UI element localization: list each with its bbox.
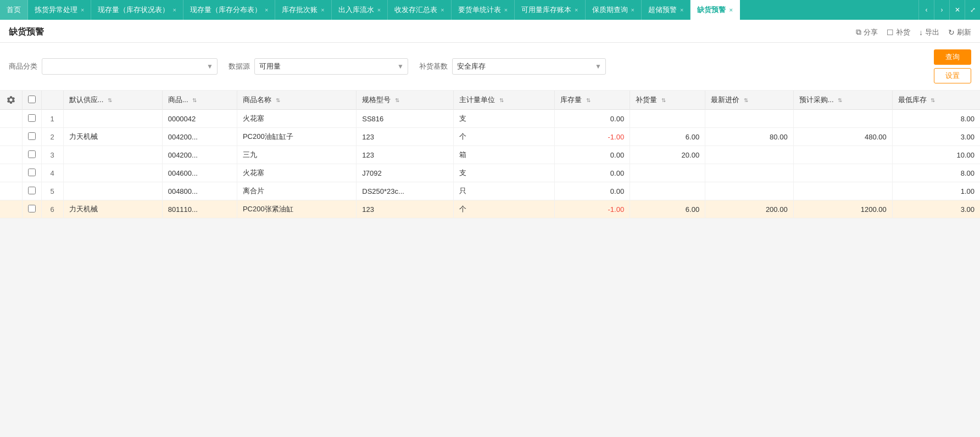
- close-tab-inventory-dist[interactable]: ×: [265, 7, 268, 13]
- col-checkbox-header[interactable]: [22, 91, 41, 110]
- close-tab-inventory-status[interactable]: ×: [172, 7, 176, 13]
- tab-close-all[interactable]: ✕: [949, 0, 965, 20]
- tab-order-stat[interactable]: 要货单统计表 ×: [452, 0, 515, 20]
- row-checkbox-cell[interactable]: [22, 146, 41, 164]
- row-product-name-cell: 火花塞: [237, 164, 356, 182]
- row-replenish-qty-cell: [630, 182, 705, 200]
- col-unit[interactable]: 主计量单位 ⇅: [454, 91, 555, 110]
- row-num-cell: 5: [41, 182, 63, 200]
- row-checkbox-cell[interactable]: [22, 182, 41, 200]
- row-product-code-cell: 801110...: [162, 200, 237, 218]
- tab-batch-account[interactable]: 库存批次账 ×: [275, 0, 331, 20]
- tab-expiry-query[interactable]: 保质期查询 ×: [586, 0, 642, 20]
- row-est-purchase-cell: [793, 164, 892, 182]
- tab-home[interactable]: 首页: [0, 0, 28, 20]
- min-stock-sort-icon: ⇅: [931, 97, 935, 103]
- table-row: 6 力天机械 801110... PC200张紧油缸 123 个 -1.00 6…: [0, 200, 980, 218]
- row-min-stock-cell: 8.00: [892, 110, 980, 128]
- settings-gear-icon[interactable]: [6, 95, 16, 105]
- close-tab-abnormal[interactable]: ×: [81, 7, 84, 13]
- row-product-name-cell: PC200张紧油缸: [237, 200, 356, 218]
- row-checkbox-cell[interactable]: [22, 110, 41, 128]
- row-spec-cell: 123: [357, 200, 454, 218]
- select-all-checkbox[interactable]: [28, 96, 36, 103]
- row-checkbox-1[interactable]: [28, 132, 36, 140]
- row-checkbox-2[interactable]: [28, 150, 36, 158]
- col-product-name[interactable]: 商品名称 ⇅: [237, 91, 356, 110]
- export-icon: ↓: [919, 28, 923, 37]
- category-select[interactable]: [42, 58, 218, 75]
- col-min-stock[interactable]: 最低库存 ⇅: [892, 91, 980, 110]
- row-supplier-cell: 力天机械: [63, 200, 162, 218]
- col-settings[interactable]: [0, 91, 22, 110]
- row-min-stock-cell: 8.00: [892, 164, 980, 182]
- supplier-sort-icon: ⇅: [108, 97, 112, 103]
- query-button[interactable]: 查询: [934, 49, 971, 65]
- tab-maximize[interactable]: ⤢: [965, 0, 980, 20]
- row-num-cell: 2: [41, 128, 63, 146]
- row-stock-cell: 0.00: [555, 110, 630, 128]
- page-content: 缺货预警 ⧉ 分享 ☐ 补货 ↓ 导出 ↻ 刷新 商品分类: [0, 20, 980, 218]
- close-tab-stockout[interactable]: ×: [729, 7, 732, 13]
- replenish-select-wrapper: 安全库存 ▼: [452, 58, 606, 75]
- col-product-code[interactable]: 商品... ⇅: [162, 91, 237, 110]
- row-spec-cell: J7092: [357, 164, 454, 182]
- row-latest-price-cell: 80.00: [705, 128, 794, 146]
- col-spec[interactable]: 规格型号 ⇅: [357, 91, 454, 110]
- close-tab-overstock[interactable]: ×: [680, 7, 683, 13]
- tab-bar: 首页 拣货异常处理 × 现存量（库存状况表） × 现存量（库存分布表） × 库存…: [0, 0, 980, 20]
- col-stock[interactable]: 库存量 ⇅: [555, 91, 630, 110]
- replenish-select[interactable]: 安全库存: [452, 58, 606, 75]
- row-checkbox-cell[interactable]: [22, 128, 41, 146]
- tab-scroll-left[interactable]: ‹: [918, 0, 934, 20]
- tab-available-ledger[interactable]: 可用量库存账本 ×: [515, 0, 585, 20]
- close-tab-available-ledger[interactable]: ×: [575, 7, 578, 13]
- datasource-value: 可用量: [259, 61, 281, 71]
- export-button[interactable]: ↓ 导出: [919, 27, 939, 37]
- row-checkbox-cell[interactable]: [22, 164, 41, 182]
- close-tab-order-stat[interactable]: ×: [504, 7, 508, 13]
- col-est-purchase[interactable]: 预计采购... ⇅: [793, 91, 892, 110]
- row-checkbox-3[interactable]: [28, 169, 36, 176]
- row-product-name-cell: 离合片: [237, 182, 356, 200]
- row-checkbox-5[interactable]: [28, 205, 36, 212]
- tab-inout-flow[interactable]: 出入库流水 ×: [332, 0, 388, 20]
- share-button[interactable]: ⧉ 分享: [856, 27, 878, 37]
- replenish-button[interactable]: ☐ 补货: [887, 27, 910, 37]
- filter-area: 商品分类 ▼ 数据源 可用量 ▼ 补货基数 安全库存: [0, 43, 980, 91]
- row-checkbox-cell[interactable]: [22, 200, 41, 218]
- row-min-stock-cell: 3.00: [892, 200, 980, 218]
- row-checkbox-0[interactable]: [28, 114, 36, 122]
- settings-button[interactable]: 设置: [934, 68, 971, 83]
- tab-collect-summary[interactable]: 收发存汇总表 ×: [388, 0, 451, 20]
- row-product-code-cell: 004200...: [162, 128, 237, 146]
- refresh-button[interactable]: ↻ 刷新: [948, 27, 971, 37]
- col-latest-price[interactable]: 最新进价 ⇅: [705, 91, 794, 110]
- tab-inventory-dist[interactable]: 现存量（库存分布表） ×: [183, 0, 275, 20]
- close-tab-inout-flow[interactable]: ×: [377, 7, 381, 13]
- col-supplier[interactable]: 默认供应... ⇅: [63, 91, 162, 110]
- tab-abnormal[interactable]: 拣货异常处理 ×: [28, 0, 91, 20]
- row-latest-price-cell: [705, 146, 794, 164]
- latest-price-sort-icon: ⇅: [744, 97, 748, 103]
- close-tab-expiry-query[interactable]: ×: [631, 7, 634, 13]
- col-replenish-qty[interactable]: 补货量 ⇅: [630, 91, 705, 110]
- data-table: 默认供应... ⇅ 商品... ⇅ 商品名称 ⇅ 规格型号 ⇅: [0, 91, 980, 218]
- row-num-cell: 6: [41, 200, 63, 218]
- filter-actions: 查询 设置: [934, 49, 971, 83]
- col-index: [41, 91, 63, 110]
- row-checkbox-4[interactable]: [28, 187, 36, 194]
- close-tab-collect-summary[interactable]: ×: [441, 7, 444, 13]
- row-latest-price-cell: [705, 164, 794, 182]
- tab-stockout[interactable]: 缺货预警 ×: [691, 0, 739, 20]
- row-supplier-cell: [63, 182, 162, 200]
- tab-inventory-status[interactable]: 现存量（库存状况表） ×: [91, 0, 183, 20]
- unit-sort-icon: ⇅: [499, 97, 504, 103]
- row-num-cell: 4: [41, 164, 63, 182]
- row-unit-cell: 只: [454, 182, 555, 200]
- datasource-select[interactable]: 可用量: [254, 58, 408, 75]
- tab-scroll-right[interactable]: ›: [934, 0, 949, 20]
- row-settings-cell: [0, 164, 22, 182]
- tab-overstock[interactable]: 超储预警 ×: [642, 0, 691, 20]
- close-tab-batch-account[interactable]: ×: [321, 7, 324, 13]
